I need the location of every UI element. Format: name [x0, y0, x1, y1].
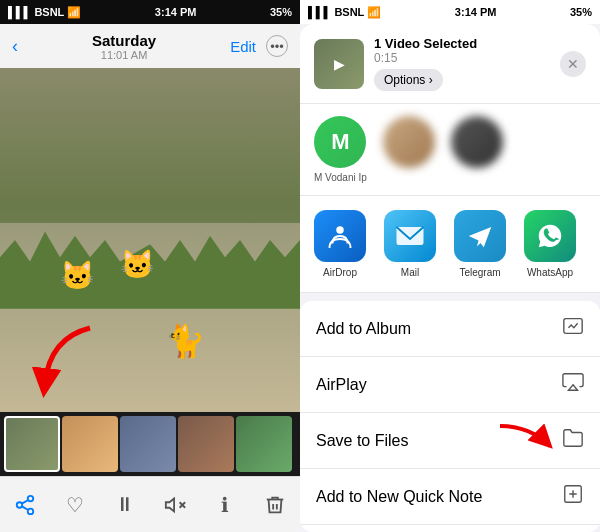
airplay-item[interactable]: AirPlay	[300, 357, 600, 413]
pause-button[interactable]: ⏸	[107, 487, 143, 523]
svg-point-3	[336, 226, 344, 234]
bottom-toolbar: ♡ ⏸ ℹ	[0, 476, 300, 532]
contact-label-m: M Vodani Ip	[314, 172, 367, 183]
share-button[interactable]	[7, 487, 43, 523]
left-carrier: ▌▌▌ BSNL 📶	[8, 6, 81, 19]
info-button[interactable]: ℹ	[207, 487, 243, 523]
top-bar-right-buttons: Edit •••	[230, 35, 288, 57]
film-thumb-4[interactable]	[178, 416, 234, 472]
wifi-icon: 📶	[67, 6, 81, 19]
app-telegram[interactable]: Telegram	[454, 210, 506, 278]
film-thumb-2[interactable]	[62, 416, 118, 472]
save-to-files-item[interactable]: Save to Files	[300, 413, 600, 469]
share-title: 1 Video Selected	[374, 36, 550, 51]
contact-item-3[interactable]	[451, 116, 503, 183]
whatsapp-icon	[524, 210, 576, 262]
whatsapp-label: WhatsApp	[527, 267, 573, 278]
filmstrip[interactable]	[0, 412, 300, 476]
save-to-files-icon	[562, 427, 584, 454]
day-title: Saturday	[92, 32, 156, 49]
contacts-row: M M Vodani Ip	[300, 104, 600, 196]
left-battery: 35%	[270, 6, 292, 18]
close-button[interactable]: ✕	[560, 51, 586, 77]
right-status-bar: ▌▌▌ BSNL 📶 3:14 PM 35%	[300, 0, 600, 24]
film-thumb-3[interactable]	[120, 416, 176, 472]
delete-button[interactable]	[257, 487, 293, 523]
red-arrow-right	[490, 421, 560, 461]
airdrop-icon	[314, 210, 366, 262]
left-panel: ▌▌▌ BSNL 📶 3:14 PM 35% ‹ Saturday 11:01 …	[0, 0, 300, 532]
cat-1: 🐱	[60, 259, 95, 292]
airdrop-label: AirDrop	[323, 267, 357, 278]
share-header-info: 1 Video Selected 0:15 Options ›	[374, 36, 550, 91]
film-thumb-1[interactable]	[4, 416, 60, 472]
right-carrier: ▌▌▌ BSNL 📶	[308, 6, 381, 19]
more-button[interactable]: •••	[266, 35, 288, 57]
add-to-album-label: Add to Album	[316, 320, 562, 338]
mute-button[interactable]	[157, 487, 193, 523]
add-to-album-icon	[562, 315, 584, 342]
favorite-button[interactable]: ♡	[57, 487, 93, 523]
mail-label: Mail	[401, 267, 419, 278]
right-carrier-label: BSNL	[334, 6, 364, 18]
save-to-documents-item[interactable]: Save to Documents	[300, 525, 600, 532]
right-battery: 35%	[570, 6, 592, 18]
options-label: Options ›	[384, 73, 433, 87]
cat-2: 🐱	[120, 248, 155, 281]
contact-avatar-blur1	[383, 116, 435, 168]
svg-marker-6	[568, 385, 577, 391]
carrier-label: BSNL	[34, 6, 64, 18]
film-thumb-5[interactable]	[236, 416, 292, 472]
action-list: Add to Album AirPlay	[300, 301, 600, 532]
contact-avatar-m: M	[314, 116, 366, 168]
cat-3: 🐈	[165, 322, 205, 360]
airplay-label: AirPlay	[316, 376, 562, 394]
left-status-bar: ▌▌▌ BSNL 📶 3:14 PM 35%	[0, 0, 300, 24]
red-arrow-left	[30, 318, 110, 402]
add-to-quick-note-item[interactable]: Add to New Quick Note	[300, 469, 600, 525]
share-header: 1 Video Selected 0:15 Options › ✕	[300, 24, 600, 104]
right-wifi-icon: 📶	[367, 6, 381, 19]
app-whatsapp[interactable]: WhatsApp	[524, 210, 576, 278]
right-time: 3:14 PM	[455, 6, 497, 18]
title-area: Saturday 11:01 AM	[92, 32, 156, 61]
back-button[interactable]: ‹	[12, 36, 18, 57]
app-icons-row: AirDrop Mail Telegram	[300, 196, 600, 293]
right-signal-icon: ▌▌▌	[308, 6, 331, 18]
telegram-icon	[454, 210, 506, 262]
add-to-quick-note-label: Add to New Quick Note	[316, 488, 562, 506]
quick-note-icon	[562, 483, 584, 510]
telegram-label: Telegram	[459, 267, 500, 278]
contact-avatar-blur2	[451, 116, 503, 168]
options-button[interactable]: Options ›	[374, 69, 443, 91]
app-mail[interactable]: Mail	[384, 210, 436, 278]
contact-item-2[interactable]	[383, 116, 435, 183]
left-time: 3:14 PM	[155, 6, 197, 18]
video-thumbnail	[314, 39, 364, 89]
right-panel: ▌▌▌ BSNL 📶 3:14 PM 35% 1 Video Selected …	[300, 0, 600, 532]
edit-button[interactable]: Edit	[230, 38, 256, 55]
share-sheet: 1 Video Selected 0:15 Options › ✕ M M Vo…	[300, 24, 600, 532]
app-airdrop[interactable]: AirDrop	[314, 210, 366, 278]
contact-item-m[interactable]: M M Vodani Ip	[314, 116, 367, 183]
airplay-icon	[562, 371, 584, 398]
share-duration: 0:15	[374, 51, 550, 65]
mail-icon	[384, 210, 436, 262]
signal-bars-icon: ▌▌▌	[8, 6, 31, 18]
add-to-album-item[interactable]: Add to Album	[300, 301, 600, 357]
time-subtitle: 11:01 AM	[92, 49, 156, 61]
left-top-bar: ‹ Saturday 11:01 AM Edit •••	[0, 24, 300, 68]
